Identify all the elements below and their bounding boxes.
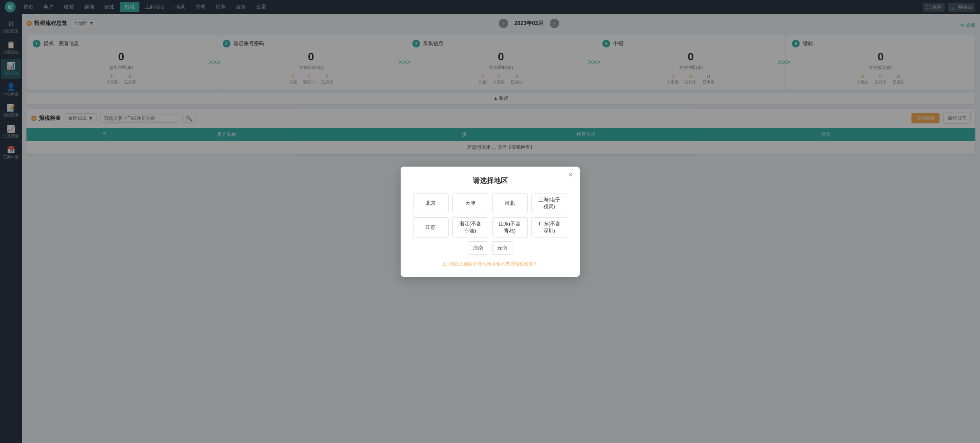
region-grid-row1: 北京天津河北上海(电子税局) bbox=[413, 193, 567, 213]
warning-icon: ⚠ bbox=[442, 261, 447, 267]
region-button-上海(电子税局)[interactable]: 上海(电子税局) bbox=[531, 193, 567, 213]
region-button-浙江(不含宁波)[interactable]: 浙江(不含宁波) bbox=[452, 217, 488, 237]
modal-title: 请选择地区 bbox=[413, 176, 567, 185]
region-grid-row2: 江苏浙江(不含宁波)山东(不含青岛)广东(不含深圳) bbox=[413, 217, 567, 237]
region-button-山东(不含青岛)[interactable]: 山东(不含青岛) bbox=[492, 217, 528, 237]
modal-overlay[interactable]: ✕ 请选择地区 北京天津河北上海(电子税局) 江苏浙江(不含宁波)山东(不含青岛… bbox=[0, 0, 980, 443]
region-button-江苏[interactable]: 江苏 bbox=[413, 217, 449, 237]
region-button-海南[interactable]: 海南 bbox=[468, 241, 488, 255]
region-button-广东(不含深圳)[interactable]: 广东(不含深圳) bbox=[531, 217, 567, 237]
region-button-天津[interactable]: 天津 bbox=[452, 193, 488, 213]
region-button-云南[interactable]: 云南 bbox=[492, 241, 512, 255]
region-select-modal: ✕ 请选择地区 北京天津河北上海(电子税局) 江苏浙江(不含宁波)山东(不含青岛… bbox=[401, 167, 580, 277]
modal-warning: ⚠ 除以上地区外其他地区暂不支持报税检查！ bbox=[413, 261, 567, 267]
region-grid-row3: 海南云南 bbox=[413, 241, 567, 255]
region-button-北京[interactable]: 北京 bbox=[413, 193, 449, 213]
region-button-河北[interactable]: 河北 bbox=[492, 193, 528, 213]
modal-close-button[interactable]: ✕ bbox=[568, 171, 574, 178]
